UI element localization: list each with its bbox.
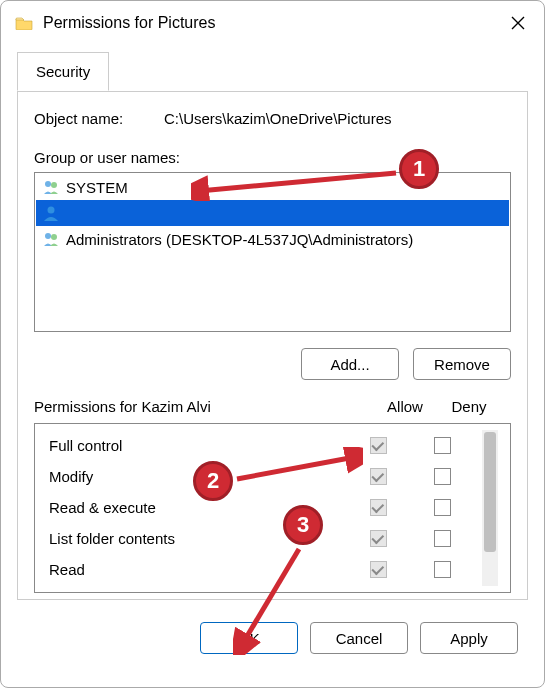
- allow-checkbox[interactable]: [370, 561, 387, 578]
- allow-checkbox[interactable]: [370, 437, 387, 454]
- permissions-header: Permissions for Kazim Alvi Allow Deny: [34, 398, 511, 423]
- add-button[interactable]: Add...: [301, 348, 399, 380]
- close-button[interactable]: [504, 9, 532, 37]
- permission-label: List folder contents: [49, 530, 346, 547]
- allow-checkbox[interactable]: [370, 530, 387, 547]
- group-icon: [42, 230, 60, 248]
- ok-button[interactable]: OK: [200, 622, 298, 654]
- permission-row: Modify: [49, 461, 474, 492]
- close-icon: [511, 16, 525, 30]
- deny-checkbox[interactable]: [434, 468, 451, 485]
- remove-button[interactable]: Remove: [413, 348, 511, 380]
- object-name-label: Object name:: [34, 110, 136, 127]
- permission-label: Read: [49, 561, 346, 578]
- object-name-row: Object name: C:\Users\kazim\OneDrive\Pic…: [34, 110, 511, 127]
- object-name-value: C:\Users\kazim\OneDrive\Pictures: [164, 110, 392, 127]
- svg-point-2: [48, 207, 55, 214]
- cancel-button[interactable]: Cancel: [310, 622, 408, 654]
- svg-point-4: [51, 234, 57, 240]
- list-item[interactable]: SYSTEM: [36, 174, 509, 200]
- group-icon: [42, 178, 60, 196]
- tab-security[interactable]: Security: [17, 52, 109, 91]
- deny-checkbox[interactable]: [434, 499, 451, 516]
- list-item[interactable]: [36, 200, 509, 226]
- titlebar: Permissions for Pictures: [1, 1, 544, 45]
- permission-row: List folder contents: [49, 523, 474, 554]
- folder-icon: [15, 16, 33, 30]
- permission-label: Full control: [49, 437, 346, 454]
- deny-checkbox[interactable]: [434, 437, 451, 454]
- permission-row: Full control: [49, 430, 474, 461]
- deny-checkbox[interactable]: [434, 561, 451, 578]
- permission-row: Read: [49, 554, 474, 585]
- tab-bar: Security: [1, 45, 544, 91]
- permissions-title: Permissions for Kazim Alvi: [34, 398, 373, 415]
- permission-row: Read & execute: [49, 492, 474, 523]
- permissions-list: Full control Modify Read & execute List …: [34, 423, 511, 593]
- user-list-buttons: Add... Remove: [34, 348, 511, 380]
- list-item-label: SYSTEM: [66, 179, 128, 196]
- user-list[interactable]: SYSTEM Administrators (DESKTOP-4L537JQ\A…: [34, 172, 511, 332]
- column-deny: Deny: [437, 398, 501, 415]
- allow-checkbox[interactable]: [370, 468, 387, 485]
- security-panel: Object name: C:\Users\kazim\OneDrive\Pic…: [17, 91, 528, 600]
- window-title: Permissions for Pictures: [43, 14, 504, 32]
- allow-checkbox[interactable]: [370, 499, 387, 516]
- column-allow: Allow: [373, 398, 437, 415]
- deny-checkbox[interactable]: [434, 530, 451, 547]
- svg-point-0: [45, 181, 51, 187]
- apply-button[interactable]: Apply: [420, 622, 518, 654]
- permission-label: Read & execute: [49, 499, 346, 516]
- scrollbar-thumb[interactable]: [484, 432, 496, 552]
- svg-point-1: [51, 182, 57, 188]
- dialog-footer: OK Cancel Apply: [1, 612, 544, 670]
- list-item-label: Administrators (DESKTOP-4L537JQ\Administ…: [66, 231, 413, 248]
- scrollbar[interactable]: [482, 430, 498, 586]
- svg-point-3: [45, 233, 51, 239]
- user-icon: [42, 204, 60, 222]
- groups-label: Group or user names:: [34, 149, 511, 166]
- list-item[interactable]: Administrators (DESKTOP-4L537JQ\Administ…: [36, 226, 509, 252]
- permission-label: Modify: [49, 468, 346, 485]
